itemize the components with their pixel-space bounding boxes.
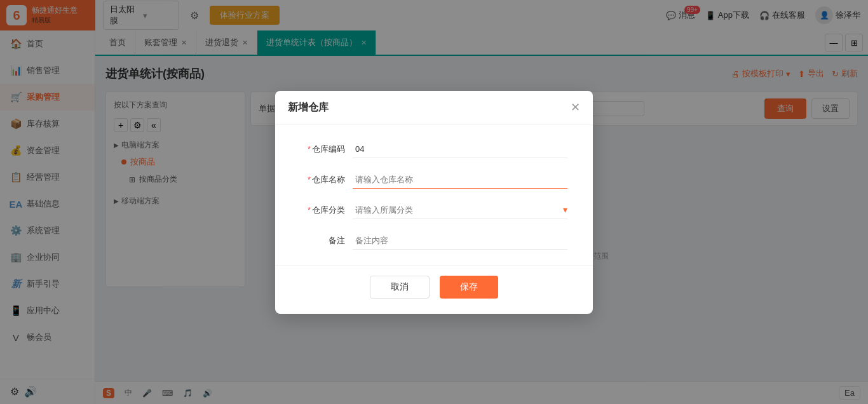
form-label-remark: 备注 [301,235,345,246]
modal-header: 新增仓库 ✕ [275,91,593,125]
form-input-remark[interactable] [353,232,567,250]
form-label-name: 仓库名称 [301,174,345,185]
save-button[interactable]: 保存 [440,276,498,299]
form-select-category[interactable]: ▾ [353,201,567,219]
form-input-category[interactable] [353,201,563,219]
form-label-category: 仓库分类 [301,205,345,216]
dropdown-arrow-icon[interactable]: ▾ [563,205,567,215]
form-input-code[interactable] [353,140,567,158]
modal-close-button[interactable]: ✕ [571,102,580,113]
modal-overlay: 新增仓库 ✕ 仓库编码 仓库名称 仓库分类 ▾ [0,0,868,404]
modal-add-warehouse: 新增仓库 ✕ 仓库编码 仓库名称 仓库分类 ▾ [275,91,593,314]
form-label-code: 仓库编码 [301,144,345,155]
modal-body: 仓库编码 仓库名称 仓库分类 ▾ 备注 [275,125,593,265]
form-input-name[interactable] [353,171,567,189]
modal-footer: 取消 保存 [275,265,593,314]
cancel-button[interactable]: 取消 [370,276,430,299]
form-row-code: 仓库编码 [301,140,567,158]
form-row-category: 仓库分类 ▾ [301,201,567,219]
modal-title: 新增仓库 [288,101,329,114]
form-row-name: 仓库名称 [301,171,567,189]
form-row-remark: 备注 [301,232,567,250]
